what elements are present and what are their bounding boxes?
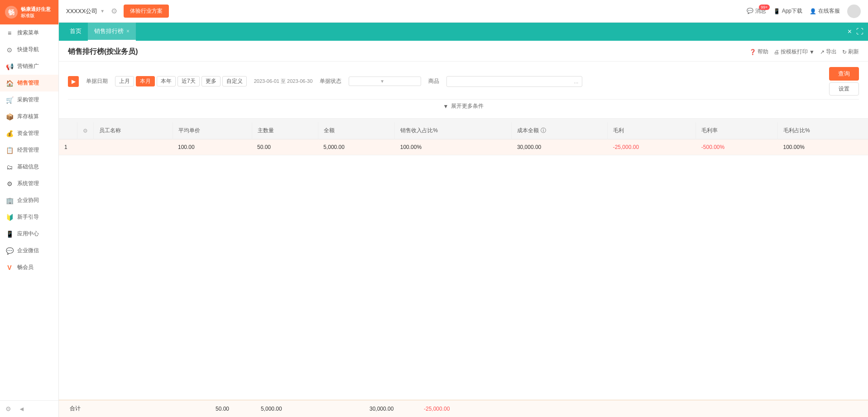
content-area: 销售排行榜(按业务员) ❓ 帮助 🖨 按模板打印 ▼ ↗ 导出 ↻ 刷新 xyxy=(59,41,868,417)
sidebar-item-finance[interactable]: 💰 资金管理 xyxy=(0,125,58,142)
notification-btn[interactable]: 💬 消息 99+ xyxy=(747,7,766,15)
inventory-icon: 📦 xyxy=(5,113,14,120)
sidebar-item-label: 企业协同 xyxy=(17,197,39,204)
system-icon: ⚙ xyxy=(5,180,14,187)
sidebar-bottom: ⚙ ◄ xyxy=(0,400,58,417)
tab-home[interactable]: 首页 xyxy=(63,23,88,41)
goods-filter-input[interactable]: ... xyxy=(446,76,582,87)
settings-bottom-icon[interactable]: ⚙ xyxy=(5,405,11,412)
tab-sales-ranking[interactable]: 销售排行榜 × xyxy=(88,23,136,41)
footer-label: 合计 xyxy=(64,405,97,412)
app-download-icon: 📱 xyxy=(773,8,780,14)
th-rank xyxy=(59,122,77,139)
company-selector[interactable]: XXXXX公司 ▼ xyxy=(66,7,105,15)
page-title: 销售排行榜(按业务员) xyxy=(68,47,138,57)
sidebar-item-label: 资金管理 xyxy=(17,129,39,137)
notification-count: 99+ xyxy=(759,5,769,10)
th-gross: 毛利 xyxy=(608,122,696,139)
topbar: XXXXX公司 ▼ ⚙ 体验行业方案 💬 消息 99+ 📱 App下载 👤 在线… xyxy=(59,0,868,23)
date-btn-custom[interactable]: 自定义 xyxy=(222,76,247,86)
date-btn-7days[interactable]: 近7天 xyxy=(177,76,200,86)
export-icon: ↗ xyxy=(820,49,825,55)
expand-more-label: 展开更多条件 xyxy=(451,102,484,110)
tabbar-window-controls: × ⛶ xyxy=(848,28,863,36)
operation-icon: 📋 xyxy=(5,147,14,154)
online-service-btn[interactable]: 👤 在线客服 xyxy=(810,7,840,15)
date-range-display: 2023-06-01 至 2023-06-30 xyxy=(254,78,313,85)
app-download-btn[interactable]: 📱 App下载 xyxy=(773,7,802,15)
td-gross: -25,000.00 xyxy=(608,139,696,155)
sidebar-item-search-order[interactable]: ≡ 搜索菜单 xyxy=(0,24,58,41)
sidebar-item-operation[interactable]: 📋 经营管理 xyxy=(0,142,58,158)
td-cost: 30,000.00 xyxy=(512,139,608,155)
td-avg-price: 100.00 xyxy=(173,139,252,155)
window-close-icon[interactable]: × xyxy=(848,28,852,36)
sidebar-item-app-center[interactable]: 📱 应用中心 xyxy=(0,225,58,242)
date-btn-this-month[interactable]: 本月 xyxy=(136,76,155,86)
template-print-btn[interactable]: 🖨 按模板打印 ▼ xyxy=(774,48,815,56)
refresh-icon: ↻ xyxy=(842,49,847,55)
sales-table: ⚙ 员工名称 平均单价 主数量 全额 销售收入占比% 成本全额 ⓘ 毛利 毛利率… xyxy=(59,122,868,155)
export-btn[interactable]: ↗ 导出 xyxy=(820,48,837,56)
sidebar-item-inventory[interactable]: 📦 库存核算 xyxy=(0,108,58,125)
topbar-gear-icon[interactable]: ⚙ xyxy=(109,5,119,17)
finance-icon: 💰 xyxy=(5,130,14,137)
sidebar-item-label: 应用中心 xyxy=(17,230,39,238)
tab-home-label: 首页 xyxy=(70,27,82,35)
sidebar-item-enterprise[interactable]: 🏢 企业协同 xyxy=(0,192,58,209)
footer-amount: 5,000.00 xyxy=(255,406,310,412)
table-container: ⚙ 员工名称 平均单价 主数量 全额 销售收入占比% 成本全额 ⓘ 毛利 毛利率… xyxy=(59,122,868,400)
filter-expand-icon[interactable]: ▶ xyxy=(68,76,79,87)
sidebar-item-quick-nav[interactable]: ⊙ 快捷导航 xyxy=(0,41,58,58)
sidebar-item-label: 搜索菜单 xyxy=(17,29,39,37)
query-button[interactable]: 查询 xyxy=(829,67,859,81)
td-gross-pct: 100.00% xyxy=(778,139,868,155)
table-header-row: ⚙ 员工名称 平均单价 主数量 全额 销售收入占比% 成本全额 ⓘ 毛利 毛利率… xyxy=(59,122,868,139)
sidebar-navigation: ≡ 搜索菜单 ⊙ 快捷导航 📢 营销推广 🏠 销售管理 🛒 采购管理 📦 库存核… xyxy=(0,24,58,400)
date-btn-last-month[interactable]: 上月 xyxy=(115,76,134,86)
date-btn-this-year[interactable]: 本年 xyxy=(157,76,176,86)
sidebar-item-newbie[interactable]: 🔰 新手引导 xyxy=(0,209,58,225)
expand-more-btn[interactable]: ▼ 展开更多条件 xyxy=(68,99,859,113)
sidebar-item-label: 快捷导航 xyxy=(17,46,39,53)
help-label: 帮助 xyxy=(758,48,768,56)
wechat-icon: 💬 xyxy=(5,247,14,254)
app-center-icon: 📱 xyxy=(5,230,14,238)
sidebar-item-member[interactable]: V 畅会员 xyxy=(0,259,58,276)
th-employee: 员工名称 xyxy=(93,122,173,139)
sidebar-item-basic-info[interactable]: 🗂 基础信息 xyxy=(0,158,58,175)
help-btn[interactable]: ❓ 帮助 xyxy=(749,48,768,56)
service-icon: 👤 xyxy=(810,8,816,14)
main-area: XXXXX公司 ▼ ⚙ 体验行业方案 💬 消息 99+ 📱 App下载 👤 在线… xyxy=(59,0,868,417)
sidebar-item-marketing[interactable]: 📢 营销推广 xyxy=(0,58,58,75)
table-footer: 合计 50.00 5,000.00 30,000.00 -25,000.00 xyxy=(59,400,868,417)
sidebar-item-sales[interactable]: 🏠 销售管理 xyxy=(0,75,58,91)
date-btn-more[interactable]: 更多 xyxy=(201,76,221,86)
tab-sales-label: 销售排行榜 xyxy=(94,27,124,35)
date-filter-label: 单据日期 xyxy=(86,77,108,85)
company-caret-icon: ▼ xyxy=(100,9,105,14)
window-restore-icon[interactable]: ⛶ xyxy=(856,28,863,36)
help-icon: ❓ xyxy=(749,49,756,55)
settings-button[interactable]: 设置 xyxy=(829,82,859,96)
sidebar-item-wechat[interactable]: 💬 企业微信 xyxy=(0,242,58,259)
sidebar-item-system[interactable]: ⚙ 系统管理 xyxy=(0,175,58,192)
th-main-qty: 主数量 xyxy=(252,122,318,139)
industry-btn[interactable]: 体验行业方案 xyxy=(124,5,169,18)
sidebar-item-label: 营销推广 xyxy=(17,62,39,70)
sidebar-item-label: 畅会员 xyxy=(17,264,34,271)
sidebar-item-label: 经营管理 xyxy=(17,146,39,154)
tab-close-icon[interactable]: × xyxy=(126,28,129,34)
th-settings[interactable]: ⚙ xyxy=(77,122,93,139)
sidebar-item-purchase[interactable]: 🛒 采购管理 xyxy=(0,91,58,108)
refresh-label: 刷新 xyxy=(848,48,859,56)
avatar[interactable] xyxy=(847,5,861,18)
footer-cost: 30,000.00 xyxy=(364,406,418,412)
th-sales-pct: 销售收入占比% xyxy=(395,122,512,139)
marketing-icon: 📢 xyxy=(5,63,14,70)
refresh-btn[interactable]: ↻ 刷新 xyxy=(842,48,859,56)
sidebar-item-label: 新手引导 xyxy=(17,213,39,221)
page-header: 销售排行榜(按业务员) ❓ 帮助 🖨 按模板打印 ▼ ↗ 导出 ↻ 刷新 xyxy=(59,41,868,62)
status-select[interactable]: ▼ xyxy=(349,77,421,86)
collapse-sidebar-icon[interactable]: ◄ xyxy=(19,405,25,412)
